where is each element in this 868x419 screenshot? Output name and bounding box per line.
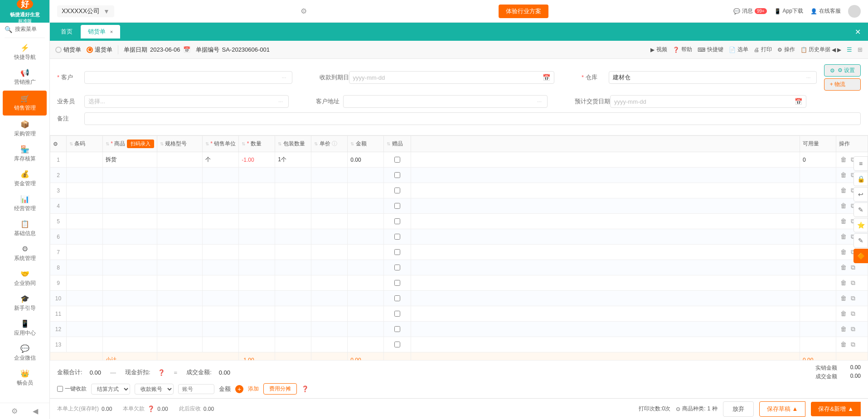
row-amount-2[interactable] <box>348 168 384 183</box>
row-unit-3[interactable] <box>203 183 239 198</box>
row-gift-7[interactable] <box>384 245 411 260</box>
fee-help-icon[interactable]: ❓ <box>301 385 309 392</box>
fee-split-button[interactable]: 费用分摊 <box>263 383 297 395</box>
settings-button[interactable]: ⚙ ⚙ 设置 <box>824 64 861 77</box>
gift-checkbox-9[interactable] <box>394 280 400 286</box>
col-settings[interactable]: ⚙ <box>50 136 67 152</box>
row-qty-4[interactable] <box>239 198 275 214</box>
save-draft-button[interactable]: 保存草稿 ▲ <box>759 401 806 417</box>
tab-sales-order[interactable]: 销货单 × <box>81 25 120 39</box>
gift-checkbox-11[interactable] <box>394 311 400 317</box>
right-panel-btn-7[interactable]: 🔶 <box>853 249 868 263</box>
row-amount-7[interactable] <box>348 245 384 260</box>
row-barcode-13[interactable] <box>67 337 103 352</box>
discard-button[interactable]: 放弃 <box>723 401 754 417</box>
row-price-6[interactable] <box>311 229 348 245</box>
row-price-9[interactable] <box>311 275 348 291</box>
row-unit-6[interactable] <box>203 229 239 245</box>
row-product-8[interactable] <box>103 260 157 275</box>
row-gift-5[interactable] <box>384 214 411 229</box>
copy-icon-10[interactable]: ⧉ <box>851 294 855 302</box>
row-pkg-6[interactable] <box>275 229 311 245</box>
logistics-button[interactable]: + 物流 <box>824 78 861 91</box>
sort-barcode-icon[interactable]: ⇅ <box>69 141 73 146</box>
row-unit-7[interactable] <box>203 245 239 260</box>
remark-input[interactable] <box>84 112 861 125</box>
row-barcode-4[interactable] <box>67 198 103 214</box>
row-price-5[interactable] <box>311 214 348 229</box>
row-spec-1[interactable] <box>157 152 203 168</box>
delete-icon-2[interactable]: 🗑 <box>840 171 847 178</box>
right-panel-btn-1[interactable]: ≡ <box>853 156 868 171</box>
row-spec-13[interactable] <box>157 337 203 352</box>
debit-help-icon[interactable]: ❓ <box>147 405 155 412</box>
row-amount-13[interactable] <box>348 337 384 352</box>
sidebar-item-appstore[interactable]: 📱 应用中心 <box>0 316 49 341</box>
history-nav-prev[interactable]: ◀ <box>832 47 836 53</box>
copy-icon-9[interactable]: ⧉ <box>851 279 855 286</box>
row-price-3[interactable] <box>311 183 348 198</box>
sidebar-item-purchase[interactable]: 📦 采购管理 <box>0 116 49 141</box>
history-nav-next[interactable]: ▶ <box>837 47 841 53</box>
col-settings-icon[interactable]: ⚙ <box>53 141 58 147</box>
warehouse-dots-btn[interactable]: ··· <box>805 74 813 81</box>
row-qty-13[interactable] <box>239 337 275 352</box>
gift-checkbox-1[interactable] <box>394 157 400 163</box>
add-payment-button[interactable]: + <box>235 385 243 393</box>
customer-dots-btn[interactable]: ··· <box>280 74 288 81</box>
row-amount-6[interactable] <box>348 229 384 245</box>
address-dots-btn[interactable]: ··· <box>535 98 543 105</box>
row-spec-6[interactable] <box>157 229 203 245</box>
account-number-input[interactable] <box>178 384 214 394</box>
company-settings-icon[interactable]: ⚙ <box>299 5 309 17</box>
message-btn[interactable]: 💬 消息 99+ <box>733 7 767 15</box>
row-gift-4[interactable] <box>384 198 411 214</box>
row-pkg-7[interactable] <box>275 245 311 260</box>
sort-unit-icon[interactable]: ⇅ <box>205 141 209 146</box>
row-qty-10[interactable] <box>239 291 275 306</box>
right-panel-btn-5[interactable]: ⭐ <box>853 218 868 232</box>
delivery-date-input[interactable]: yyyy-mm-dd 📅 <box>610 95 806 108</box>
row-unit-1[interactable]: 个 <box>203 152 239 168</box>
row-spec-10[interactable] <box>157 291 203 306</box>
one-click-payment-checkbox[interactable]: 一键收款 <box>57 385 87 393</box>
sidebar-item-inventory[interactable]: 🏪 库存核算 <box>0 141 49 166</box>
row-barcode-6[interactable] <box>67 229 103 245</box>
row-product-1[interactable]: 拆货 <box>103 152 157 168</box>
row-unit-8[interactable] <box>203 260 239 275</box>
copy-icon-11[interactable]: ⧉ <box>851 310 855 317</box>
tab-home[interactable]: 首页 <box>53 25 80 39</box>
copy-icon-13[interactable]: ⧉ <box>851 341 855 348</box>
payment-date-input[interactable]: yyyy-mm-dd 📅 <box>349 71 555 84</box>
salesperson-input[interactable]: 选择... ··· <box>84 95 289 108</box>
layout-icon-grid[interactable]: ⊞ <box>858 46 863 53</box>
row-barcode-3[interactable] <box>67 183 103 198</box>
row-product-2[interactable] <box>103 168 157 183</box>
row-qty-12[interactable] <box>239 322 275 337</box>
row-product-11[interactable] <box>103 306 157 322</box>
delete-icon-12[interactable]: 🗑 <box>840 325 847 332</box>
delivery-calendar-icon[interactable]: 📅 <box>795 98 802 105</box>
row-barcode-12[interactable] <box>67 322 103 337</box>
sidebar-item-sales[interactable]: 🛒 销售管理 <box>3 91 47 116</box>
row-pkg-4[interactable] <box>275 198 311 214</box>
row-spec-3[interactable] <box>157 183 203 198</box>
gift-checkbox-2[interactable] <box>394 172 400 178</box>
account-select[interactable]: 收款账号 <box>135 384 174 395</box>
delete-icon-6[interactable]: 🗑 <box>840 233 847 240</box>
row-product-13[interactable] <box>103 337 157 352</box>
row-unit-2[interactable] <box>203 168 239 183</box>
row-pkg-3[interactable] <box>275 183 311 198</box>
row-product-9[interactable] <box>103 275 157 291</box>
sort-price-icon[interactable]: ⇅ <box>314 141 318 146</box>
row-qty-2[interactable] <box>239 168 275 183</box>
row-qty-8[interactable] <box>239 260 275 275</box>
sidebar-item-wechat[interactable]: 💬 企业微信 <box>0 341 49 366</box>
row-price-2[interactable] <box>311 168 348 183</box>
tab-close-icon[interactable]: × <box>110 29 113 34</box>
gift-checkbox-13[interactable] <box>394 342 400 347</box>
row-spec-9[interactable] <box>157 275 203 291</box>
sidebar-item-quick-nav[interactable]: ⚡ 快捷导航 <box>0 40 49 65</box>
warehouse-input[interactable]: 建材仓 ··· <box>609 71 817 84</box>
delete-icon-10[interactable]: 🗑 <box>840 294 847 302</box>
